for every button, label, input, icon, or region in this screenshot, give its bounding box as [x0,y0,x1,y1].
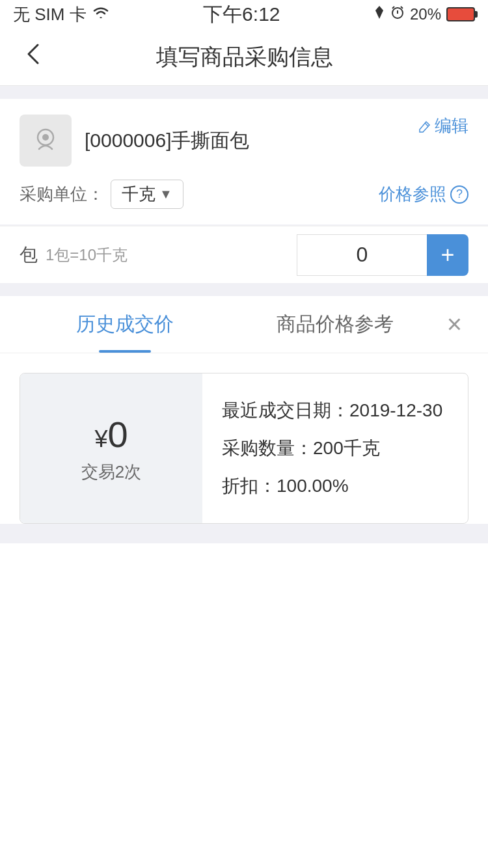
battery-icon [446,7,475,21]
qty-unit-icon: 包 [20,243,38,267]
battery-percent: 20% [410,5,441,23]
status-left: 无 SIM 卡 [13,3,110,26]
status-right: 20% [373,5,475,23]
help-icon: ? [450,185,468,204]
quantity-row: 包 1包=10千克 0 + [0,226,488,283]
tabs-section: 历史成交价 商品价格参考 × ¥0 交易2次 最近成交日期：2019-12-30… [0,296,488,524]
transaction-left: ¥0 交易2次 [20,373,202,523]
price-ref-button[interactable]: 价格参照 ? [379,183,468,206]
product-card: [0000006]手撕面包 编辑 采购单位： 千克 ▼ 价格参照 ? [0,99,488,224]
nav-bar: 填写商品采购信息 [0,29,488,86]
transaction-discount: 折扣：100.00% [222,472,448,500]
qty-plus-button[interactable]: + [427,234,468,276]
svg-line-3 [401,7,403,8]
qty-input[interactable]: 0 [297,234,427,276]
product-thumbnail [20,115,72,167]
product-left: [0000006]手撕面包 [20,115,249,167]
unit-selector[interactable]: 千克 ▼ [111,180,183,209]
qty-unit-info: 包 1包=10千克 [20,243,128,267]
svg-line-2 [392,7,394,8]
transaction-right: 最近成交日期：2019-12-30 采购数量：200千克 折扣：100.00% [202,373,468,523]
chevron-down-icon: ▼ [159,187,172,202]
tab-price-reference[interactable]: 商品价格参考 [230,296,440,353]
alarm-icon [390,5,405,23]
currency-symbol: ¥ [94,426,107,452]
unit-value: 千克 [122,183,156,206]
location-icon [373,5,385,23]
product-name: [0000006]手撕面包 [85,128,249,154]
price-value: 0 [107,414,128,455]
edit-button[interactable]: 编辑 [418,115,468,137]
transaction-date: 最近成交日期：2019-12-30 [222,397,448,424]
back-button[interactable] [20,36,47,78]
page-title: 填写商品采购信息 [60,42,429,72]
status-time: 下午6:12 [203,1,280,28]
transaction-count: 交易2次 [81,461,141,483]
qty-unit-conversion: 1包=10千克 [46,245,128,265]
carrier-text: 无 SIM 卡 [13,3,87,26]
svg-point-5 [42,134,49,141]
status-bar: 无 SIM 卡 下午6:12 20% [0,0,488,29]
tabs-header: 历史成交价 商品价格参考 × [0,296,488,353]
unit-label: 采购单位： [20,183,104,206]
transaction-qty: 采购数量：200千克 [222,435,448,462]
tab-close-button[interactable]: × [441,303,468,346]
qty-controls: 0 + [297,234,468,276]
transaction-price: ¥0 [94,413,128,455]
product-unit-row: 采购单位： 千克 ▼ 价格参照 ? [20,180,468,209]
wifi-icon [92,5,110,25]
tab-history-price[interactable]: 历史成交价 [20,296,230,353]
content-area [0,543,488,868]
product-header: [0000006]手撕面包 编辑 [20,115,468,167]
transaction-card: ¥0 交易2次 最近成交日期：2019-12-30 采购数量：200千克 折扣：… [20,373,468,524]
